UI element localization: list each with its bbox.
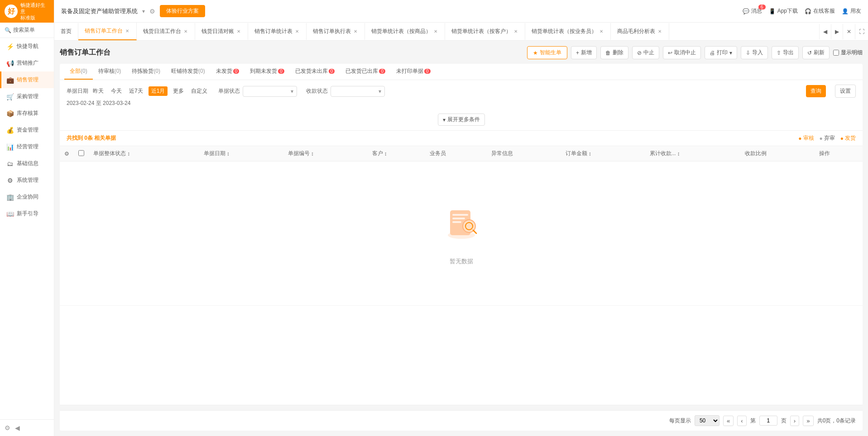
tab-prev-button[interactable]: ◀ (819, 24, 831, 39)
date-yesterday[interactable]: 昨天 (91, 86, 106, 96)
cancel-review-action-button[interactable]: ● 弃审 (820, 134, 835, 142)
first-page-button[interactable]: « (723, 416, 734, 426)
date-1month[interactable]: 近1月 (149, 86, 168, 96)
customer-sort[interactable]: 客户 ↕ (372, 150, 421, 157)
date-custom[interactable]: 自定义 (189, 86, 209, 96)
status-sort[interactable]: 单据整体状态 ↕ (93, 150, 195, 157)
subtab-shipped-not-warehoused[interactable]: 已发货未出库0 (290, 64, 340, 80)
print-button[interactable]: 🖨 打印 ▾ (705, 46, 737, 59)
date-sort[interactable]: 单据日期 ↕ (204, 150, 279, 157)
add-button[interactable]: + 新增 (571, 46, 597, 59)
tab-sales-exec[interactable]: 销售订单执行表 ✕ (307, 23, 365, 40)
tab-cash-reconcile[interactable]: 钱货日清对账 ✕ (195, 23, 248, 40)
subtab-bar: 全部(0) 待审核(0) 待拣验货(0) 旺铺待发货(0) 未发货0 到期未发货… (60, 64, 863, 80)
subtab-not-shipped[interactable]: 未发货0 (211, 64, 245, 80)
show-detail-checkbox[interactable] (833, 50, 839, 56)
sort-icon-3: ↕ (311, 151, 314, 157)
subtab-not-printed[interactable]: 未打印单据0 (391, 64, 436, 80)
subtab-pending-inspect[interactable]: 待拣验货(0) (126, 64, 166, 80)
subtab-all[interactable]: 全部(0) (64, 64, 93, 80)
tab-close-icon-6[interactable]: ✕ (433, 29, 438, 34)
subtab-pending-review[interactable]: 待审核(0) (93, 64, 127, 80)
sidebar-item-inventory[interactable]: 📦 库存核算 (0, 105, 54, 122)
tab-next-button[interactable]: ▶ (831, 24, 843, 39)
column-settings-icon[interactable]: ⚙ (64, 151, 69, 157)
tab-sales-summary-product[interactable]: 销货单统计表（按商品） ✕ (365, 23, 445, 40)
settings-query-button[interactable]: 设置 (835, 85, 856, 98)
sidebar-item-guide[interactable]: 📖 新手引导 (0, 205, 54, 222)
subtab-overdue-not-shipped[interactable]: 到期未发货0 (245, 64, 290, 80)
tab-sales-workbench[interactable]: 销售订单工作台 ✕ (78, 23, 137, 40)
tab-close-icon-4[interactable]: ✕ (294, 29, 300, 34)
refresh-button[interactable]: ↺ 刷新 (802, 46, 830, 59)
tab-close-icon-9[interactable]: ✕ (657, 29, 662, 34)
tab-close-icon-7[interactable]: ✕ (513, 29, 518, 34)
page-input[interactable] (759, 416, 777, 426)
collected-sort[interactable]: 累计收款... ↕ (650, 150, 736, 157)
select-all-checkbox[interactable] (78, 150, 84, 156)
next-page-button[interactable]: › (790, 416, 799, 426)
tab-close-all-button[interactable]: ✕ (843, 24, 855, 39)
amount-sort[interactable]: 订单金额 ↕ (566, 150, 641, 157)
tab-product-margin[interactable]: 商品毛利分析表 ✕ (611, 23, 669, 40)
collapse-icon[interactable]: ◀ (15, 424, 20, 431)
user-menu-button[interactable]: 👤 用友 (842, 7, 861, 15)
payment-select[interactable] (331, 86, 385, 97)
last-page-button[interactable]: » (803, 416, 813, 426)
online-service-button[interactable]: 🎧 在线客服 (805, 7, 835, 15)
stop-button[interactable]: ⊘ 中止 (632, 46, 659, 59)
prev-page-button[interactable]: ‹ (737, 416, 746, 426)
filter-bar: 单据日期 昨天 今天 近7天 近1月 更多 自定义 单据状态 (60, 80, 863, 131)
query-button[interactable]: 查询 (806, 85, 826, 97)
smart-create-button[interactable]: ★ 智能生单 (527, 46, 567, 59)
sidebar-item-enterprise[interactable]: 🏢 企业协同 (0, 189, 54, 205)
status-select[interactable] (243, 86, 297, 97)
export-button[interactable]: ⇧ 导出 (772, 46, 799, 59)
sidebar-item-base-info[interactable]: 🗂 基础信息 (0, 155, 54, 172)
sidebar-item-purchase[interactable]: 🛒 采购管理 (0, 88, 54, 105)
per-page-select[interactable]: 10 20 50 100 (695, 415, 719, 426)
date-more[interactable]: 更多 (171, 86, 186, 96)
svg-rect-3 (452, 218, 465, 219)
tab-close-icon-5[interactable]: ✕ (353, 29, 358, 34)
delete-button[interactable]: 🗑 删除 (600, 46, 628, 59)
sidebar-item-quick-nav[interactable]: ⚡ 快捷导航 (0, 38, 54, 55)
tab-close-icon-8[interactable]: ✕ (599, 29, 604, 34)
ship-action-button[interactable]: ● 发货 (840, 134, 856, 142)
sidebar-item-marketing[interactable]: 📢 营销推广 (0, 55, 54, 71)
tab-cash-daily[interactable]: 钱货日清工作台 ✕ (137, 23, 195, 40)
sidebar-item-finance[interactable]: 💰 资金管理 (0, 122, 54, 138)
industry-plan-button[interactable]: 体验行业方案 (160, 5, 205, 17)
messages-button[interactable]: 💬 消息 6 (743, 7, 762, 15)
user-icon: 👤 (842, 8, 849, 14)
sidebar-item-sales[interactable]: 💼 销售管理 (0, 71, 54, 88)
tab-close-icon[interactable]: ✕ (125, 28, 130, 33)
tab-sales-stat[interactable]: 销售订单统计表 ✕ (248, 23, 307, 40)
cancel-stop-button[interactable]: ↩ 取消中止 (663, 46, 701, 59)
sidebar-item-system[interactable]: ⚙ 系统管理 (0, 172, 54, 189)
search-menu[interactable]: 🔍 搜索菜单 (0, 23, 54, 38)
number-sort[interactable]: 单据编号 ↕ (288, 150, 363, 157)
subtab-shipped-warehoused[interactable]: 已发货已出库0 (340, 64, 391, 80)
settings-gear-icon[interactable]: ⚙ (149, 8, 155, 15)
date-today[interactable]: 今天 (109, 86, 124, 96)
review-action-button[interactable]: ● 审核 (798, 134, 814, 142)
tab-home[interactable]: 首页 (54, 23, 78, 40)
logo-area: 好 畅捷通好生意 标准版 (0, 0, 54, 23)
system-dropdown-icon[interactable]: ▾ (142, 8, 145, 14)
tab-close-icon-2[interactable]: ✕ (183, 29, 188, 34)
tab-close-icon-3[interactable]: ✕ (236, 29, 241, 34)
tab-maximize-button[interactable]: ⛶ (855, 24, 868, 39)
star-icon: ★ (533, 50, 538, 56)
subtab-wangpu-pending[interactable]: 旺铺待发货(0) (166, 64, 211, 80)
import-button[interactable]: ⇩ 导入 (741, 46, 768, 59)
horizontal-scrollbar[interactable] (60, 405, 863, 410)
show-detail-toggle[interactable]: 显示明细 (833, 49, 863, 57)
tab-sales-summary-staff[interactable]: 销货单统计表（按业务员） ✕ (525, 23, 611, 40)
settings-icon[interactable]: ⚙ (5, 424, 10, 431)
sidebar-item-operations[interactable]: 📊 经营管理 (0, 138, 54, 155)
app-download-button[interactable]: 📱 App下载 (769, 7, 798, 15)
date-7days[interactable]: 近7天 (127, 86, 145, 96)
tab-sales-summary-customer[interactable]: 销货单统计表（按客户） ✕ (445, 23, 525, 40)
expand-filter-button[interactable]: ▾ 展开更多条件 (438, 114, 485, 126)
